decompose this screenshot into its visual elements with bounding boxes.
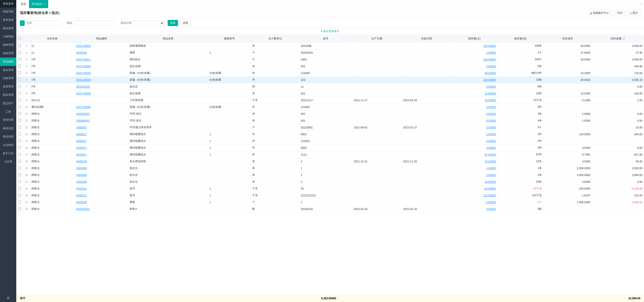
- sidebar-item-basic[interactable]: 基础信息: [0, 124, 16, 132]
- sidebar-item-cloud[interactable]: 云应用: [0, 158, 16, 166]
- sidebar-search[interactable]: 搜索菜单: [0, 0, 16, 8]
- row-checkbox[interactable]: [16, 117, 23, 124]
- row-qty-stock: 0件: [498, 104, 543, 111]
- sidebar-item-asset[interactable]: 资金管理: [0, 66, 16, 74]
- row-checkbox[interactable]: [16, 90, 23, 97]
- top-nav: 首页 库存批次 × ×: [16, 0, 644, 8]
- row-qty-stock: 87件: [498, 151, 543, 158]
- row-spec: 1: [208, 185, 251, 192]
- row-num: 13: [23, 124, 30, 131]
- row-unit-cost: 0.1000: [543, 97, 592, 104]
- row-checkbox[interactable]: [16, 138, 23, 144]
- row-spec: [208, 117, 251, 124]
- filter-arrow-btn[interactable]: ›: [20, 20, 25, 26]
- row-checkbox[interactable]: [16, 144, 23, 151]
- row-checkbox[interactable]: [16, 151, 23, 158]
- row-exp-date: 2021-12-25: [402, 158, 451, 165]
- row-checkbox[interactable]: [16, 165, 23, 172]
- row-checkbox[interactable]: [16, 49, 23, 56]
- warehouse-input[interactable]: [33, 21, 60, 26]
- row-checkbox[interactable]: [16, 199, 23, 206]
- row-spec: [208, 83, 251, 90]
- category-select[interactable]: [132, 20, 164, 26]
- search-button[interactable]: 查看: [168, 20, 178, 26]
- row-checkbox[interactable]: [16, 97, 23, 104]
- print-button[interactable]: 🖨 按模板打印 ▾: [587, 10, 611, 16]
- sidebar-item-ecommerce-small[interactable]: 小账电商: [0, 32, 16, 41]
- row-prod-date: 2022-02-16: [352, 206, 402, 213]
- row-exp-date: [402, 185, 451, 192]
- row-num: 4: [23, 63, 30, 70]
- sidebar-item-general[interactable]: 总账管理: [0, 74, 16, 82]
- sidebar-item-quick-nav[interactable]: 快捷导航: [0, 8, 16, 16]
- row-checkbox[interactable]: [16, 206, 23, 213]
- row-warehouse: 蹄套仓: [30, 144, 75, 151]
- sidebar-item-purchase[interactable]: 采购管理: [0, 49, 16, 58]
- row-goods-name: 鲜鱼A: [128, 206, 208, 213]
- row-checkbox[interactable]: [16, 77, 23, 83]
- row-batch: 210423: [299, 138, 352, 144]
- row-total-cost: -5,328.00: [592, 185, 644, 192]
- dots-1: ...: [62, 22, 64, 25]
- sidebar-item-newbie[interactable]: 新手引导: [0, 149, 16, 158]
- sidebar-item-system[interactable]: 系统管理: [0, 132, 16, 141]
- tab-close-icon[interactable]: ×: [44, 3, 46, 6]
- row-batch: 2: [299, 158, 352, 165]
- toggle-display-button[interactable]: ◻ 显示: [627, 10, 640, 16]
- row-checkbox[interactable]: [16, 192, 23, 199]
- row-goods-name: 测试电重批次: [128, 151, 208, 158]
- sidebar-item-tax[interactable]: 税务管理: [0, 91, 16, 99]
- row-exp-date: [402, 49, 451, 56]
- tab-home[interactable]: 首页: [18, 0, 29, 8]
- row-total-cost: 445.86: [592, 63, 644, 70]
- row-checkbox[interactable]: [16, 131, 23, 138]
- sidebar-item-retail[interactable]: 零售管理: [0, 16, 16, 24]
- row-checkbox[interactable]: [16, 172, 23, 179]
- row-qty-stock: 3件: [498, 144, 543, 151]
- settings-icon[interactable]: ⚙: [0, 294, 16, 302]
- row-checkbox[interactable]: [16, 70, 23, 77]
- sidebar-item-wholesale[interactable]: 批发管理: [0, 24, 16, 33]
- th-checkbox[interactable]: [16, 35, 23, 43]
- toggle-icon: ◻: [630, 12, 632, 15]
- expand-more-btn[interactable]: ▾ 展开更多条件: [321, 30, 339, 33]
- sidebar-item-fixed-asset[interactable]: 固定资产: [0, 99, 16, 108]
- row-checkbox[interactable]: [16, 104, 23, 111]
- settings-button[interactable]: 设置: [180, 20, 191, 26]
- sidebar-item-operation[interactable]: 经营管理: [0, 116, 16, 124]
- sidebar-item-inventory[interactable]: 库存核算: [0, 58, 16, 66]
- row-checkbox[interactable]: [16, 185, 23, 192]
- export-button[interactable]: ↑ 导出: [613, 10, 625, 16]
- row-prod-date: [352, 165, 402, 172]
- row-spec: [208, 56, 251, 63]
- row-goods-code: 000900001: [75, 117, 128, 124]
- tab-inventory-batch[interactable]: 库存批次 ×: [29, 0, 48, 8]
- row-qty-main: 0.00000: [451, 124, 498, 131]
- row-total-cost: 4.00: [592, 117, 644, 124]
- row-batch: 123: [299, 77, 352, 83]
- row-prod-date: [352, 172, 402, 179]
- row-checkbox[interactable]: [16, 56, 23, 63]
- select-all-checkbox[interactable]: [18, 37, 21, 40]
- goods-input[interactable]: [73, 21, 114, 26]
- table-row: 7 2号 001000026 批次定 吨 11 0.00000 0吨 0.00: [16, 83, 644, 90]
- window-close-button[interactable]: ×: [640, 2, 642, 6]
- page-header: 现存量查询(按仓库＋批次) 🖨 按模板打印 ▾ ↑ 导出 ◻ 显示: [16, 8, 644, 18]
- row-batch: 1: [299, 165, 352, 172]
- row-checkbox[interactable]: [16, 63, 23, 70]
- row-total-cost: 37.95: [592, 49, 644, 56]
- row-unit: 件: [251, 138, 299, 144]
- row-checkbox[interactable]: [16, 83, 23, 90]
- sidebar-item-collab[interactable]: 企业协同: [0, 141, 16, 149]
- row-checkbox[interactable]: [16, 124, 23, 131]
- row-qty-main: 2.00000: [451, 131, 498, 138]
- row-unit-cost: [543, 63, 592, 70]
- row-unit: 米: [251, 117, 299, 124]
- row-checkbox[interactable]: [16, 43, 23, 49]
- row-checkbox[interactable]: [16, 179, 23, 185]
- sidebar-item-ecommerce[interactable]: 电商管理: [0, 41, 16, 49]
- sidebar-item-invoice[interactable]: 发票管理: [0, 82, 16, 91]
- sidebar-item-payroll[interactable]: 工资: [0, 108, 16, 116]
- row-checkbox[interactable]: [16, 111, 23, 117]
- row-checkbox[interactable]: [16, 158, 23, 165]
